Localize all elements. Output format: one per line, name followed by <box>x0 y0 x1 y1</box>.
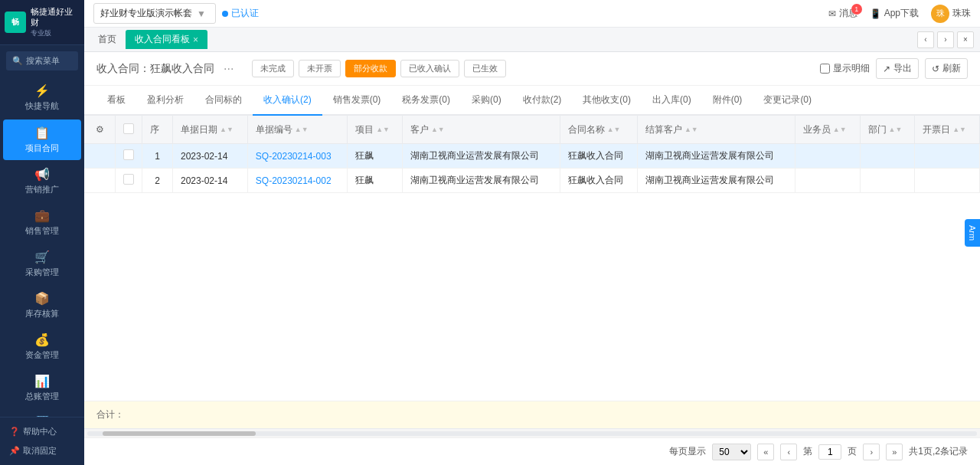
right-panel-button[interactable]: Arm <box>965 218 980 246</box>
th-project: 项目▲▼ <box>348 116 403 144</box>
sidebar-item-label: 销售管理 <box>25 225 59 237</box>
user-avatar-button[interactable]: 珠 珠珠 <box>931 5 971 23</box>
export-button[interactable]: ↗ 导出 <box>876 58 919 79</box>
sidebar-item-quick-nav[interactable]: ⚡ 快捷导航 <box>3 77 81 118</box>
subtab-payment[interactable]: 收付款(2) <box>512 86 573 116</box>
open-date-sort-icon[interactable]: ▲▼ <box>952 126 966 133</box>
status-partial-received[interactable]: 部分收款 <box>345 60 396 77</box>
row-checkbox[interactable] <box>123 149 134 160</box>
sidebar-item-label: 总账管理 <box>25 391 59 402</box>
sidebar-item-general[interactable]: 📊 总账管理 <box>3 368 81 408</box>
sidebar-item-funds[interactable]: 💰 资金管理 <box>3 326 81 367</box>
tab-nav-prev[interactable]: ‹ <box>917 31 934 48</box>
cert-label: 已认证 <box>231 7 259 20</box>
subtab-sales-invoice[interactable]: 销售发票(0) <box>322 86 392 116</box>
customer-sort-icon[interactable]: ▲▼ <box>431 126 445 133</box>
tab-nav-next[interactable]: › <box>937 31 954 48</box>
show-detail-checkbox-label[interactable]: 显示明细 <box>820 62 870 75</box>
help-icon: ❓ <box>9 427 20 437</box>
department-sort-icon[interactable]: ▲▼ <box>889 126 903 133</box>
sidebar-item-label: 采购管理 <box>25 267 59 278</box>
company-selector[interactable]: 好业财专业版演示帐套 ▼ <box>93 3 216 24</box>
first-page-button[interactable]: « <box>757 444 774 460</box>
subtab-contract-standard[interactable]: 合同标的 <box>194 86 253 116</box>
date-sort-icon[interactable]: ▲▼ <box>220 126 234 133</box>
table-row[interactable]: 1 2023-02-14 SQ-20230214-003 狂飙 湖南卫视商业运营… <box>84 144 980 169</box>
sidebar-item-project[interactable]: 📋 项目合同 <box>3 120 81 160</box>
contract-name: 狂飙收入合同 <box>150 62 214 74</box>
last-page-button[interactable]: » <box>886 444 903 460</box>
subtab-change-log[interactable]: 变更记录(0) <box>753 86 822 116</box>
sidebar-item-inventory[interactable]: 📦 库存核算 <box>3 285 81 326</box>
th-contract-name-label: 合同名称 <box>568 123 605 136</box>
active-tab-label: 收入合同看板 <box>135 33 190 46</box>
cell-checkbox <box>116 169 142 193</box>
status-not-complete[interactable]: 未完成 <box>252 60 294 77</box>
tabbar-active-tab[interactable]: 收入合同看板 × <box>126 30 207 49</box>
settle-customer-sort-icon[interactable]: ▲▼ <box>684 126 698 133</box>
subtab-kanban[interactable]: 看板 <box>96 86 136 116</box>
cell-bill-no: SQ-20230214-002 <box>247 169 347 193</box>
th-settle-customer: 结算客户▲▼ <box>637 116 795 144</box>
table-row[interactable]: 2 2023-02-14 SQ-20230214-002 狂飙 湖南卫视商业运营… <box>84 169 980 193</box>
search-menu-button[interactable]: 🔍 搜索菜单 <box>6 51 78 70</box>
subtab-attachment[interactable]: 附件(0) <box>702 86 753 116</box>
subtab-other-income[interactable]: 其他收支(0) <box>572 86 642 116</box>
message-button[interactable]: ✉ 消息 1 <box>828 7 858 20</box>
bill-no-link[interactable]: SQ-20230214-002 <box>256 175 332 186</box>
sidebar-bottom-pin[interactable]: 📌 取消固定 <box>6 441 78 460</box>
subtab-warehouse[interactable]: 出入库(0) <box>642 86 702 116</box>
cell-settle-customer: 湖南卫视商业运营发展有限公司 <box>637 144 795 169</box>
show-detail-checkbox[interactable] <box>820 64 830 74</box>
status-confirmed[interactable]: 已收入确认 <box>400 60 459 77</box>
marketing-icon: 📢 <box>34 167 50 182</box>
table-footer: 合计： <box>84 401 980 428</box>
cert-dot <box>222 11 228 17</box>
sidebar-logo: 畅 畅捷通好业财 专业版 <box>0 0 84 45</box>
scrollbar-thumb[interactable] <box>103 431 256 436</box>
tab-nav-close[interactable]: × <box>957 31 974 48</box>
page-input[interactable] <box>818 444 841 460</box>
funds-icon: 💰 <box>34 332 50 347</box>
project-icon: 📋 <box>34 126 50 140</box>
refresh-button[interactable]: ↺ 刷新 <box>925 58 968 79</box>
bill-no-sort-icon[interactable]: ▲▼ <box>295 126 309 133</box>
row-checkbox[interactable] <box>123 174 134 185</box>
scrollbar-area[interactable] <box>84 428 980 437</box>
subtab-profit[interactable]: 盈利分析 <box>136 86 194 116</box>
cell-project: 狂飙 <box>348 144 403 169</box>
subtab-income-confirm[interactable]: 收入确认(2) <box>253 86 322 116</box>
pin-icon: 📌 <box>9 446 20 456</box>
bill-no-link[interactable]: SQ-20230214-003 <box>256 151 332 162</box>
refresh-label: 刷新 <box>942 62 961 75</box>
app-download-button[interactable]: 📱 App下载 <box>870 7 919 20</box>
column-settings-button[interactable]: ⚙ <box>92 122 107 137</box>
salesperson-sort-icon[interactable]: ▲▼ <box>833 126 847 133</box>
cell-date: 2023-02-14 <box>173 144 248 169</box>
tabbar-home[interactable]: 首页 <box>90 30 124 49</box>
status-not-invoiced[interactable]: 未开票 <box>299 60 341 77</box>
tab-close-button[interactable]: × <box>193 34 198 45</box>
next-page-button[interactable]: › <box>863 444 880 460</box>
subtab-tax-invoice[interactable]: 税务发票(0) <box>391 86 461 116</box>
search-menu-label: 搜索菜单 <box>26 55 60 67</box>
sidebar-item-sales[interactable]: 💼 销售管理 <box>3 202 81 243</box>
contract-more-button[interactable]: ··· <box>224 62 234 76</box>
sidebar-item-purchase[interactable]: 🛒 采购管理 <box>3 244 81 284</box>
refresh-icon: ↺ <box>932 64 939 74</box>
contract-prefix: 收入合同： <box>96 62 150 74</box>
sidebar-bottom: ❓ 帮助中心 📌 取消固定 <box>0 417 84 465</box>
sidebar-item-marketing[interactable]: 📢 营销推广 <box>3 161 81 201</box>
page-size-select[interactable]: 50 20 100 <box>712 444 751 460</box>
subtab-purchase[interactable]: 采购(0) <box>461 86 512 116</box>
sidebar-item-invoice[interactable]: 🧾 发票管理 <box>3 409 81 417</box>
status-effective[interactable]: 已生效 <box>464 60 506 77</box>
company-selector-arrow: ▼ <box>197 8 206 19</box>
prev-page-button[interactable]: ‹ <box>780 444 797 460</box>
export-label: 导出 <box>893 62 912 75</box>
contract-name-sort-icon[interactable]: ▲▼ <box>607 126 621 133</box>
sidebar-bottom-help[interactable]: ❓ 帮助中心 <box>6 422 78 441</box>
select-all-checkbox[interactable] <box>123 123 134 134</box>
project-sort-icon[interactable]: ▲▼ <box>376 126 390 133</box>
sidebar: 畅 畅捷通好业财 专业版 🔍 搜索菜单 ⚡ 快捷导航 📋 项目合同 📢 营销推广… <box>0 0 84 465</box>
